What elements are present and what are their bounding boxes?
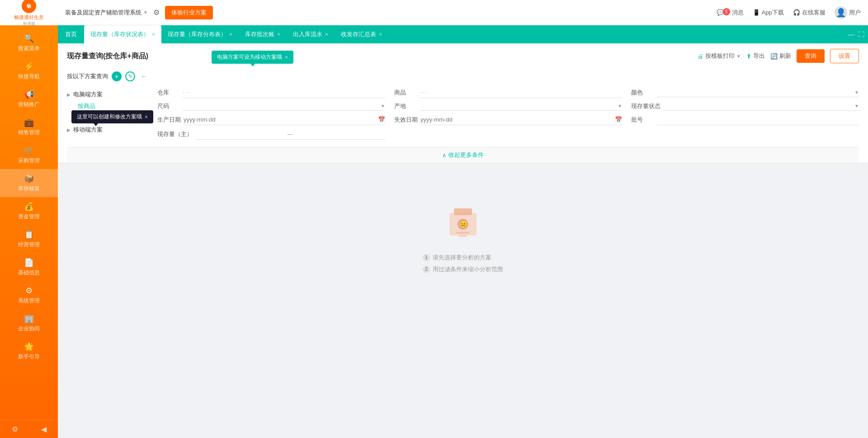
- sales-icon: 💼: [24, 118, 34, 127]
- sidebar-item-marketing[interactable]: 📢 营销推广: [0, 85, 58, 113]
- origin-select[interactable]: ▼: [420, 102, 622, 111]
- sidebar-item-inventory[interactable]: 📦 库存核算: [0, 169, 58, 197]
- warehouse-label: 仓库: [157, 89, 180, 97]
- collapse-label: 收起更多条件: [448, 151, 484, 159]
- tab-close-icon[interactable]: ×: [379, 31, 382, 38]
- user-btn[interactable]: 👤 用户: [835, 6, 861, 19]
- filter-add-button[interactable]: +: [112, 71, 122, 81]
- color-label: 颜色: [631, 89, 654, 97]
- filter-fields-area: 仓库 ··· 商品 ···: [157, 87, 859, 143]
- tab-inventory-status[interactable]: 现存量（库存状况表） ×: [84, 25, 161, 43]
- sidebar: 畅 畅捷通好生意 标准版 🔍 搜索菜单 ⚡ 快捷导航 📢 营销推广 💼 销售管理…: [0, 0, 58, 438]
- sidebar-item-label: 库存核算: [18, 185, 40, 193]
- tab-close-icon[interactable]: ×: [152, 31, 155, 38]
- filter-field-origin: 产地 ▼: [394, 102, 622, 111]
- message-btn[interactable]: 💬 6 消息: [717, 9, 744, 17]
- app-download-btn[interactable]: 📱 App下载: [753, 9, 784, 17]
- chevron-down-icon: ▼: [381, 104, 385, 108]
- print-template-btn[interactable]: 🖨 按模板打印 ▼: [698, 52, 741, 60]
- size-select[interactable]: ▼: [183, 102, 385, 111]
- online-service-btn[interactable]: 🎧 在线客服: [793, 9, 826, 17]
- stock-main-from[interactable]: [195, 131, 286, 137]
- tab-inout-flow[interactable]: 出入库流水 ×: [287, 25, 335, 43]
- sidebar-settings-btn[interactable]: ⚙: [12, 425, 18, 433]
- stock-main-range: —: [195, 129, 385, 140]
- expire-date-label: 失效日期: [394, 116, 418, 124]
- tip-1-text: 请先选择要分析的方案: [433, 252, 491, 264]
- topbar-left: 装备及固定资产辅助管理系统 ▼ ⚙ 体验行业方案: [65, 6, 213, 19]
- scheme-row-pc[interactable]: ▶ 电脑端方案: [67, 89, 157, 100]
- sidebar-item-base-info[interactable]: 📄 基础信息: [0, 253, 58, 281]
- refresh-btn[interactable]: 🔄 刷新: [770, 52, 791, 60]
- tab-close-icon[interactable]: ×: [229, 31, 232, 38]
- print-label: 按模板打印: [705, 52, 735, 60]
- quicknav-icon: ⚡: [24, 61, 34, 71]
- tab-home[interactable]: 首页: [58, 25, 84, 43]
- online-service-label: 在线客服: [802, 9, 826, 17]
- export-btn[interactable]: ⬆ 导出: [746, 52, 765, 60]
- goods-select[interactable]: ···: [420, 87, 622, 98]
- scheme-mobile-label: 移动端方案: [73, 126, 103, 134]
- filter-edit-btn[interactable]: ✎: [125, 71, 135, 81]
- tabbar-actions: — ⛶: [844, 31, 868, 38]
- baseinfo-icon: 📄: [24, 258, 34, 268]
- sidebar-collapse-btn[interactable]: ◀: [41, 425, 47, 433]
- sidebar-item-guide[interactable]: 🌟 新手引导: [0, 337, 58, 365]
- sidebar-item-assets[interactable]: 💰 资金管理: [0, 197, 58, 225]
- topbar-settings-icon[interactable]: ⚙: [153, 8, 160, 17]
- expire-date-input[interactable]: [420, 116, 613, 123]
- expire-date-input-wrap[interactable]: 📅: [420, 114, 622, 125]
- tab-label: 收发存汇总表: [341, 30, 376, 38]
- tooltip-pc-to-mobile: 电脑方案可设为移动方案哦 ×: [212, 51, 293, 64]
- tab-close-icon[interactable]: ×: [325, 31, 328, 38]
- tab-batch-ledger[interactable]: 库存批次账 ×: [239, 25, 287, 43]
- empty-tip-2: 2 用过滤条件来缩小分析范围: [423, 264, 503, 275]
- filter-label: 按以下方案查询: [67, 72, 108, 80]
- sidebar-item-sales[interactable]: 💼 销售管理: [0, 113, 58, 141]
- sidebar-item-quick-nav[interactable]: ⚡ 快捷导航: [0, 57, 58, 85]
- system-selector[interactable]: 装备及固定资产辅助管理系统 ▼: [65, 9, 148, 17]
- sidebar-item-enterprise[interactable]: 🏢 企业协同: [0, 309, 58, 337]
- sidebar-item-system[interactable]: ⚙ 系统管理: [0, 281, 58, 309]
- calendar-icon[interactable]: 📅: [378, 116, 385, 123]
- produce-date-input[interactable]: [184, 116, 376, 123]
- stock-main-to[interactable]: [295, 131, 386, 137]
- tab-inventory-dist[interactable]: 现存量（库存分布表） ×: [161, 25, 239, 43]
- sidebar-item-label: 系统管理: [18, 297, 40, 305]
- batch-no-input[interactable]: [656, 114, 859, 125]
- experience-button[interactable]: 体验行业方案: [165, 6, 213, 19]
- main-area: 装备及固定资产辅助管理系统 ▼ ⚙ 体验行业方案 💬 6 消息 📱 App下载 …: [58, 0, 868, 438]
- scheme-row-mobile[interactable]: ▶ 移动端方案: [67, 124, 157, 136]
- refresh-label: 刷新: [779, 52, 791, 60]
- sidebar-item-label: 经营管理: [18, 241, 40, 249]
- collapse-filter-btn[interactable]: ∧ 收起更多条件: [67, 147, 859, 163]
- produce-date-input-wrap[interactable]: 📅: [184, 114, 385, 125]
- query-button[interactable]: 查询: [797, 49, 825, 63]
- filter-field-stock-main: 现存量（主） —: [157, 129, 385, 140]
- filter-dots: ···: [420, 89, 428, 96]
- tab-close-icon[interactable]: ×: [277, 31, 280, 38]
- tooltip-close-icon2[interactable]: ×: [145, 114, 148, 120]
- guide-icon: 🌟: [24, 342, 34, 352]
- calendar-icon[interactable]: 📅: [615, 116, 622, 123]
- page-header: 现存量查询(按仓库+商品) 🖨 按模板打印 ▼ ⬆ 导出 🔄 刷新: [58, 43, 868, 163]
- tooltip-create-scheme: 这里可以创建和修改方案哦 ×: [71, 110, 153, 123]
- filter-back-btn[interactable]: ←: [139, 71, 149, 81]
- sidebar-item-operations[interactable]: 📋 经营管理: [0, 225, 58, 253]
- purchase-icon: 🛒: [24, 146, 34, 155]
- sidebar-item-purchase[interactable]: 🛒 采购管理: [0, 141, 58, 169]
- tooltip-close-icon[interactable]: ×: [285, 54, 288, 61]
- set-button[interactable]: 设置: [830, 49, 859, 63]
- tab-maximize-btn[interactable]: ⛶: [858, 31, 864, 38]
- warehouse-select[interactable]: ···: [183, 87, 385, 98]
- chevron-down-icon: ▼: [143, 10, 148, 15]
- inventory-icon: 📦: [24, 174, 34, 184]
- app-download-label: App下载: [762, 9, 784, 17]
- sidebar-item-search[interactable]: 🔍 搜索菜单: [0, 29, 58, 57]
- origin-label: 产地: [394, 102, 417, 110]
- tab-receive-send[interactable]: 收发存汇总表 ×: [335, 25, 388, 43]
- stock-status-select[interactable]: ▼: [663, 102, 859, 111]
- color-select[interactable]: ▼: [656, 88, 859, 97]
- filter-field-color: 颜色 ▼: [631, 87, 859, 98]
- tab-minimize-btn[interactable]: —: [848, 31, 854, 38]
